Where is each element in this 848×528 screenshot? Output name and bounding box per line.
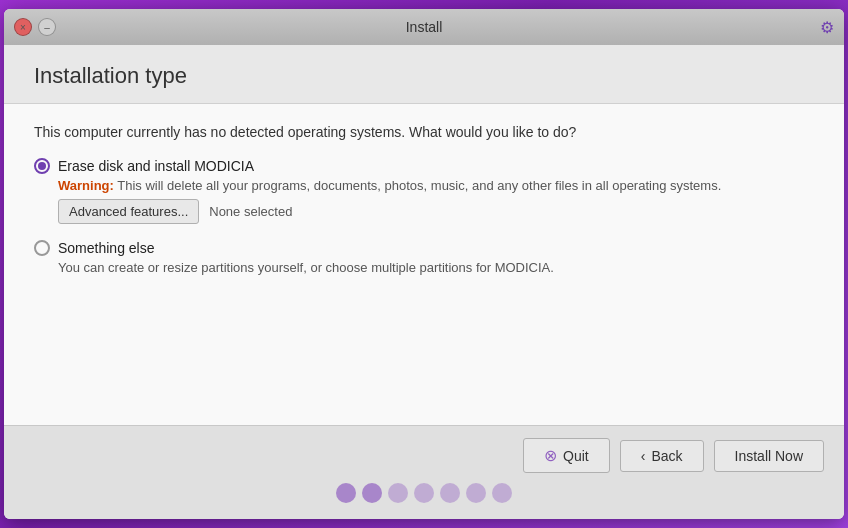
option-erase-label[interactable]: Erase disk and install MODICIA bbox=[34, 158, 814, 174]
quit-icon: ⊗ bbox=[544, 446, 557, 465]
footer: ⊗ Quit ‹ Back Install Now bbox=[4, 425, 844, 519]
advanced-row: Advanced features... None selected bbox=[58, 199, 814, 224]
warning-label: Warning: bbox=[58, 178, 114, 193]
back-chevron-icon: ‹ bbox=[641, 448, 646, 464]
dot-7 bbox=[492, 483, 512, 503]
option-erase-disk: Erase disk and install MODICIA Warning: … bbox=[34, 158, 814, 224]
dot-2 bbox=[362, 483, 382, 503]
warning-body: This will delete all your programs, docu… bbox=[114, 178, 721, 193]
main-window: × – Install ⚙ Installation type This com… bbox=[4, 9, 844, 519]
dot-4 bbox=[414, 483, 434, 503]
warning-text: Warning: This will delete all your progr… bbox=[58, 178, 814, 193]
dot-1 bbox=[336, 483, 356, 503]
minimize-button[interactable]: – bbox=[38, 18, 56, 36]
window-controls: × – bbox=[14, 18, 56, 36]
option-else-text: Something else bbox=[58, 240, 155, 256]
dot-6 bbox=[466, 483, 486, 503]
erase-details: Warning: This will delete all your progr… bbox=[58, 178, 814, 224]
install-now-button[interactable]: Install Now bbox=[714, 440, 824, 472]
page-header: Installation type bbox=[4, 45, 844, 104]
option-something-else: Something else You can create or resize … bbox=[34, 240, 814, 275]
none-selected-label: None selected bbox=[209, 204, 292, 219]
option-erase-text: Erase disk and install MODICIA bbox=[58, 158, 254, 174]
titlebar: × – Install ⚙ bbox=[4, 9, 844, 45]
description-text: This computer currently has no detected … bbox=[34, 124, 814, 140]
else-sub-text: You can create or resize partitions your… bbox=[58, 260, 814, 275]
option-else-label[interactable]: Something else bbox=[34, 240, 814, 256]
else-details: You can create or resize partitions your… bbox=[58, 260, 814, 275]
dot-5 bbox=[440, 483, 460, 503]
progress-dots bbox=[24, 483, 824, 507]
quit-button[interactable]: ⊗ Quit bbox=[523, 438, 610, 473]
advanced-features-button[interactable]: Advanced features... bbox=[58, 199, 199, 224]
window-title: Install bbox=[406, 19, 443, 35]
footer-buttons: ⊗ Quit ‹ Back Install Now bbox=[24, 438, 824, 473]
page-title: Installation type bbox=[34, 63, 814, 89]
radio-erase[interactable] bbox=[34, 158, 50, 174]
dot-3 bbox=[388, 483, 408, 503]
back-label: Back bbox=[651, 448, 682, 464]
content-area: Installation type This computer currentl… bbox=[4, 45, 844, 425]
quit-label: Quit bbox=[563, 448, 589, 464]
page-body: This computer currently has no detected … bbox=[4, 104, 844, 425]
install-now-label: Install Now bbox=[735, 448, 803, 464]
gear-icon[interactable]: ⚙ bbox=[820, 18, 834, 37]
back-button[interactable]: ‹ Back bbox=[620, 440, 704, 472]
radio-something-else[interactable] bbox=[34, 240, 50, 256]
close-button[interactable]: × bbox=[14, 18, 32, 36]
